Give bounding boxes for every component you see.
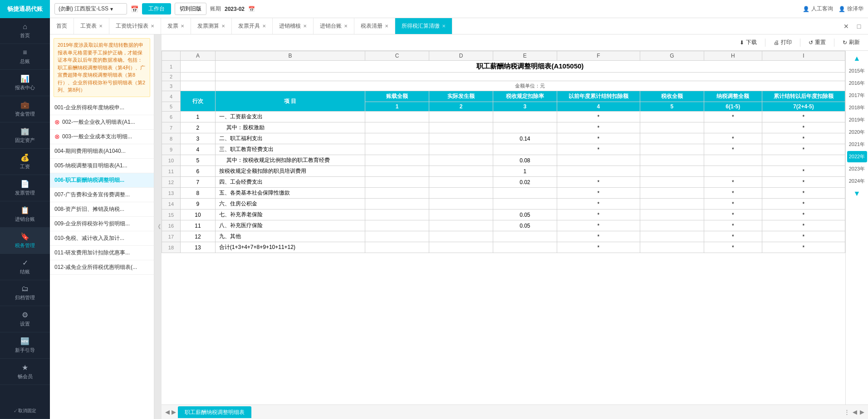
cell[interactable] [180, 61, 215, 73]
cell-seq[interactable]: 12 [180, 231, 215, 242]
report-item-005[interactable]: 005-纳税调整项目明细表(A1... [50, 159, 154, 173]
cell-h[interactable] [640, 199, 704, 210]
cell-f[interactable] [493, 199, 557, 210]
report-item-011[interactable]: 011-研发费用加计扣除优惠事... [50, 246, 154, 260]
cell-d[interactable] [365, 144, 429, 155]
sidebar-item-settings[interactable]: ⚙ 设置 [0, 306, 50, 332]
cell-i[interactable] [704, 166, 762, 177]
report-item-007[interactable]: 007-广告费和业务宣传费调整... [50, 188, 154, 202]
cell-d[interactable] [365, 112, 429, 122]
cell-d[interactable] [365, 133, 429, 144]
tab-invoice[interactable]: 发票 ✕ [161, 18, 191, 34]
year-2019[interactable]: 2019年 [847, 114, 867, 126]
cell-label[interactable]: 合计(1+3+4+7+8+9+10+11+12) [215, 242, 365, 253]
cell-h[interactable] [640, 210, 704, 220]
sidebar-item-payroll[interactable]: 💰 工资 [0, 149, 50, 175]
year-2017[interactable]: 2017年 [847, 90, 867, 101]
cell-h[interactable] [640, 231, 704, 242]
cell-f[interactable] [493, 122, 557, 133]
cell-d[interactable] [365, 231, 429, 242]
sidebar-item-ledger[interactable]: ≡ 总账 [0, 44, 50, 70]
cell-h[interactable] [640, 155, 704, 166]
print-button[interactable]: 🖨 打印 [771, 37, 794, 48]
cell-e[interactable] [429, 210, 493, 220]
report-item-008[interactable]: 008-资产折旧、摊销及纳税... [50, 202, 154, 217]
year-2016[interactable]: 2016年 [847, 78, 867, 89]
sidebar-item-asset-mgmt[interactable]: 💼 资金管理 [0, 96, 50, 122]
cell-h[interactable] [640, 144, 704, 155]
cell-j[interactable] [762, 155, 845, 166]
cell-d[interactable] [365, 177, 429, 188]
tab-sales-ledger[interactable]: 进销台账 ✕ [314, 18, 354, 34]
sidebar-item-tax[interactable]: 🔖 税务管理 [0, 228, 50, 254]
cell-f[interactable] [493, 112, 557, 122]
sidebar-item-report[interactable]: 📊 报表中心 [0, 70, 50, 96]
cell-e[interactable] [429, 166, 493, 177]
cell-f[interactable] [493, 188, 557, 199]
report-item-001[interactable]: 001-企业所得税年度纳税申... [50, 101, 154, 115]
tab-close-icon[interactable]: ✕ [99, 24, 103, 29]
cell-seq[interactable]: 8 [180, 188, 215, 199]
tab-tax-book[interactable]: 税表清册 ✕ [354, 18, 395, 34]
tab-payroll-table[interactable]: 工资表 ✕ [74, 18, 109, 34]
cell-e[interactable] [429, 188, 493, 199]
support-link[interactable]: 👤 人工客询 [803, 5, 833, 13]
cell-seq[interactable]: 10 [180, 210, 215, 220]
year-2024[interactable]: 2024年 [847, 175, 867, 187]
year-scroll-down[interactable]: ▼ [846, 188, 868, 200]
sidebar-item-archive[interactable]: 🗂 归档管理 [0, 280, 50, 306]
cell-e[interactable] [429, 133, 493, 144]
cell-seq[interactable]: 3 [180, 133, 215, 144]
cell-d[interactable] [365, 155, 429, 166]
cell-h[interactable] [640, 122, 704, 133]
tab-close-icon[interactable]: ✕ [221, 24, 225, 29]
report-item-002[interactable]: ⊗ 002-一般企业收入明细表(A1... [50, 115, 154, 130]
cell-label[interactable]: 按税收规定全额扣除的职员培训费用 [215, 166, 365, 177]
tab-payroll-stats[interactable]: 工资统计报表 ✕ [109, 18, 161, 34]
cell-f[interactable]: 1 [493, 166, 557, 177]
cell-d[interactable] [365, 220, 429, 231]
report-item-006[interactable]: 006-职工薪酬纳税调整明细... [50, 173, 154, 188]
cell-f[interactable]: 0.02 [493, 177, 557, 188]
cell-d[interactable] [365, 199, 429, 210]
cell-h[interactable] [640, 112, 704, 122]
cell-label[interactable]: 四、工会经费支出 [215, 177, 365, 188]
cell-seq[interactable]: 4 [180, 144, 215, 155]
cell-d[interactable] [365, 188, 429, 199]
cell-label[interactable]: 其中：按税收规定比例扣除的职工教育经费 [215, 155, 365, 166]
report-item-010[interactable]: 010-免税、减计收入及加计... [50, 231, 154, 246]
cell-label[interactable]: 九、其他 [215, 231, 365, 242]
cell[interactable] [180, 81, 215, 91]
cell-i[interactable] [704, 122, 762, 133]
tab-close-icon[interactable]: ✕ [385, 24, 388, 29]
sidebar-item-sales[interactable]: 📋 进销台账 [0, 201, 50, 228]
cell-label[interactable]: 六、住房公积金 [215, 199, 365, 210]
cell-f[interactable] [493, 231, 557, 242]
old-version-button[interactable]: 切到旧版 [175, 3, 206, 15]
collapse-button[interactable]: 《 [154, 34, 162, 419]
sheet-options-icon[interactable]: ⋮ [844, 409, 850, 415]
tab-home[interactable]: 首页 [50, 18, 74, 34]
year-2021[interactable]: 2021年 [847, 139, 867, 150]
cell-e[interactable] [429, 177, 493, 188]
tab-close-window[interactable]: ✕ [841, 21, 852, 32]
cell-d[interactable] [365, 122, 429, 133]
cell-label[interactable]: 其中：股权激励 [215, 122, 365, 133]
cell-label[interactable]: 二、职工福利支出 [215, 133, 365, 144]
cell-seq[interactable]: 7 [180, 177, 215, 188]
cell-f[interactable]: 0.05 [493, 220, 557, 231]
cell-f[interactable]: 0.05 [493, 210, 557, 220]
cell-e[interactable] [429, 112, 493, 122]
year-2018[interactable]: 2018年 [847, 102, 867, 113]
report-item-004[interactable]: 004-期间费用明细表(A1040... [50, 144, 154, 159]
cell-d[interactable] [365, 166, 429, 177]
tab-close-icon[interactable]: ✕ [181, 24, 184, 29]
sidebar-item-guide[interactable]: 🆕 新手引导 [0, 332, 50, 359]
cell-seq[interactable]: 1 [180, 112, 215, 122]
tab-close-icon[interactable]: ✕ [151, 24, 154, 29]
cell-seq[interactable]: 2 [180, 122, 215, 133]
download-button[interactable]: ⬇ 下载 [737, 37, 760, 48]
cell-h[interactable] [640, 133, 704, 144]
cell-label[interactable]: 五、各类基本社会保障性缴款 [215, 188, 365, 199]
cell-e[interactable] [429, 231, 493, 242]
